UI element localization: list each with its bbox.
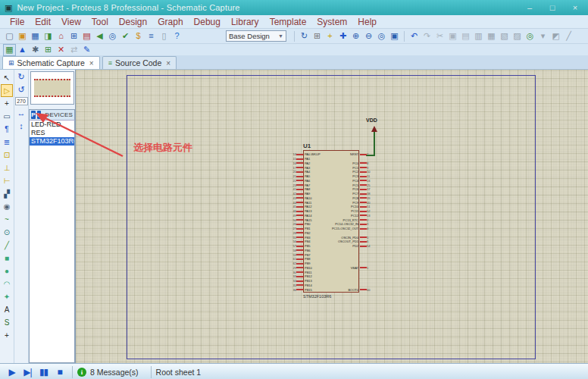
2d-path-icon[interactable]: ✦ <box>1 290 13 303</box>
play-button[interactable]: ▶ <box>4 365 20 379</box>
terminals-icon[interactable]: ⊥ <box>1 161 13 174</box>
design-tools-icon[interactable]: ╱ <box>562 30 575 42</box>
document-tab[interactable]: ⊞ Schematic Capture × <box>2 56 100 69</box>
paste-icon[interactable]: ▤ <box>459 30 472 42</box>
design-explorer-icon[interactable]: ✔ <box>119 30 132 42</box>
generator-mode-icon[interactable]: ~ <box>1 213 13 226</box>
pin-stub[interactable] <box>296 171 303 173</box>
pin-stub[interactable] <box>360 228 367 230</box>
pin-stub[interactable] <box>360 246 367 247</box>
zoom-in-icon[interactable]: ⊕ <box>349 30 362 42</box>
goto-sheet-icon[interactable]: ⇄ <box>67 44 80 56</box>
edit-properties-icon[interactable]: ◩ <box>549 30 562 42</box>
electrical-rule-check-icon[interactable]: ≡ <box>145 30 158 42</box>
pin-stub[interactable] <box>360 289 367 290</box>
wire-label-icon[interactable]: ▭ <box>1 110 13 123</box>
search-parts-icon[interactable]: ◎ <box>524 30 536 42</box>
menu-item[interactable]: Design <box>114 17 152 27</box>
bill-of-materials-icon[interactable]: $ <box>132 30 145 42</box>
origin-icon[interactable]: + <box>324 30 336 42</box>
remove-sheet-icon[interactable]: ✕ <box>55 44 67 56</box>
pin-stub[interactable] <box>296 284 303 286</box>
rotate-clockwise-icon[interactable]: ↻ <box>15 71 27 83</box>
pin-stub[interactable] <box>296 184 303 186</box>
graph-mode-icon[interactable]: ▞ <box>1 187 13 200</box>
pin-stub[interactable] <box>296 211 303 212</box>
pin-stub[interactable] <box>296 254 303 255</box>
2d-marker-icon[interactable]: + <box>1 329 13 342</box>
device-list-item[interactable]: LED-RED <box>30 121 74 129</box>
pin-stub[interactable] <box>360 184 367 186</box>
edit-script-icon[interactable]: ✎ <box>80 44 93 56</box>
2d-circle-icon[interactable]: ● <box>1 265 13 277</box>
device-list-item[interactable]: RES <box>30 129 74 137</box>
minimize-button[interactable]: – <box>524 3 535 12</box>
import-project-icon[interactable]: ◨ <box>42 30 55 42</box>
schematic-canvas[interactable]: VDD U1 14 PA0-WKUP 15 PA1 <box>76 70 588 363</box>
pin-stub[interactable] <box>296 162 303 164</box>
mirror-vertical-icon[interactable]: ↕ <box>15 120 27 131</box>
selection-mode-icon[interactable]: ↖ <box>1 71 13 84</box>
redraw-icon[interactable]: ↻ <box>298 30 311 42</box>
pause-button[interactable]: ▮▮ <box>36 365 52 379</box>
2d-arc-icon[interactable]: ◠ <box>1 277 13 290</box>
3d-viewer-icon[interactable]: ◀ <box>93 30 106 42</box>
design-combo[interactable]: Base Design ▼ <box>226 30 286 42</box>
wire[interactable] <box>374 132 375 155</box>
device-list-item[interactable]: STM32F103R6 <box>30 137 74 146</box>
open-project-icon[interactable]: ▣ <box>16 30 29 42</box>
pin-stub[interactable] <box>296 276 303 277</box>
pick-devices-button[interactable]: P <box>31 111 36 119</box>
menu-item[interactable]: Edit <box>30 17 56 27</box>
pin-stub[interactable] <box>296 263 303 265</box>
pin-stub[interactable] <box>296 206 303 208</box>
rotation-angle-field[interactable]: 270 <box>15 97 28 105</box>
zoom-all-icon[interactable]: ◎ <box>375 30 388 42</box>
virtual-instruments-icon[interactable]: ⊙ <box>1 226 13 239</box>
pin-stub[interactable] <box>360 154 367 155</box>
pin-stub[interactable] <box>296 189 303 190</box>
copy-icon[interactable]: ▣ <box>446 30 459 42</box>
block-copy-icon[interactable]: ▥ <box>472 30 485 42</box>
pin-stub[interactable] <box>360 211 367 212</box>
pin-stub[interactable] <box>360 193 367 195</box>
text-script-icon[interactable]: ¶ <box>1 123 13 136</box>
schematic-capture-module-icon[interactable]: ⊞ <box>67 30 80 42</box>
pin-stub[interactable] <box>296 224 303 225</box>
pin-stub[interactable] <box>360 171 367 173</box>
pin-stub[interactable] <box>360 206 367 208</box>
pin-stub[interactable] <box>360 236 367 238</box>
save-project-icon[interactable]: ▦ <box>29 30 42 42</box>
step-button[interactable]: ▶| <box>20 365 36 379</box>
menu-item[interactable]: Tool <box>86 17 114 27</box>
pin-stub[interactable] <box>296 280 303 282</box>
menu-item[interactable]: Help <box>352 17 382 27</box>
zoom-out-icon[interactable]: ⊖ <box>362 30 375 42</box>
pin-stub[interactable] <box>360 224 367 225</box>
search-dropdown-icon[interactable]: ▾ <box>536 30 549 42</box>
pin-stub[interactable] <box>296 197 303 199</box>
pin-stub[interactable] <box>296 193 303 195</box>
rotate-anticlockwise-icon[interactable]: ↺ <box>15 84 27 96</box>
gerber-viewer-icon[interactable]: ◎ <box>106 30 119 42</box>
stop-button[interactable]: ■ <box>52 365 67 379</box>
menu-item[interactable]: File <box>5 17 30 27</box>
mirror-horizontal-icon[interactable]: ↔ <box>15 107 27 118</box>
grid-toggle-icon[interactable]: ⊞ <box>311 30 324 42</box>
block-move-icon[interactable]: ▦ <box>485 30 498 42</box>
junction-dot-icon[interactable]: + <box>1 97 13 110</box>
subcircuit-icon[interactable]: ⊡ <box>1 149 13 161</box>
document-tab[interactable]: ≡ Source Code × <box>102 56 177 69</box>
pin-stub[interactable] <box>296 180 303 181</box>
pin-stub[interactable] <box>296 289 303 290</box>
design-configuration-icon[interactable]: ✱ <box>29 44 42 56</box>
pin-stub[interactable] <box>296 219 303 221</box>
pin-stub[interactable] <box>296 228 303 230</box>
zoom-to-sheet-icon[interactable]: ▲ <box>16 44 29 56</box>
home-page-icon[interactable]: ⌂ <box>55 30 67 42</box>
pin-stub[interactable] <box>296 176 303 177</box>
menu-item[interactable]: Graph <box>152 17 188 27</box>
cut-icon[interactable]: ✂ <box>433 30 446 42</box>
pin-stub[interactable] <box>360 189 367 190</box>
buses-icon[interactable]: ≣ <box>1 136 13 149</box>
